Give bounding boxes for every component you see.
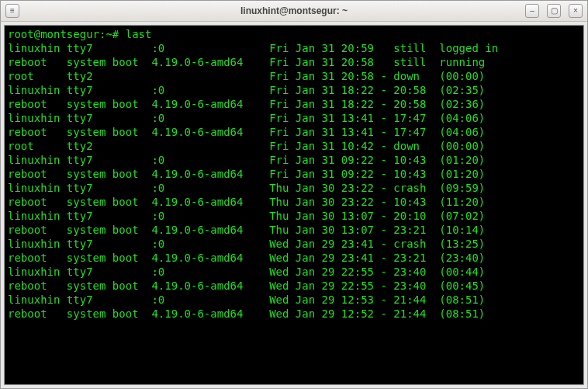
close-button[interactable]: × (569, 4, 583, 18)
last-output-row: reboot system boot 4.19.0-6-amd64 Fri Ja… (8, 97, 580, 111)
last-output-row: linuxhin tty7 :0 Thu Jan 30 13:07 - 20:1… (8, 209, 580, 223)
terminal-window: ≡ linuxhint@montsegur: ~ – ▢ × root@mont… (0, 0, 588, 389)
last-output-row: linuxhin tty7 :0 Fri Jan 31 13:41 - 17:4… (8, 111, 580, 125)
last-output-row: linuxhin tty7 :0 Wed Jan 29 22:55 - 23:4… (8, 265, 580, 279)
last-output-row: reboot system boot 4.19.0-6-amd64 Thu Ja… (8, 195, 580, 209)
last-output-row: linuxhin tty7 :0 Wed Jan 29 23:41 - cras… (8, 237, 580, 251)
prompt-line: root@montsegur:~# last (8, 27, 580, 41)
titlebar[interactable]: ≡ linuxhint@montsegur: ~ – ▢ × (1, 1, 587, 22)
last-output-row: linuxhin tty7 :0 Thu Jan 30 23:22 - cras… (8, 181, 580, 195)
close-icon: × (573, 7, 578, 15)
last-output-row: root tty2 Fri Jan 31 10:42 - down (00:00… (8, 139, 580, 153)
last-output-row: reboot system boot 4.19.0-6-amd64 Wed Ja… (8, 307, 580, 321)
minimize-button[interactable]: – (525, 4, 539, 18)
menu-icon: ≡ (10, 7, 15, 15)
maximize-icon: ▢ (551, 7, 558, 15)
window-title: linuxhint@montsegur: ~ (1, 5, 587, 16)
last-output-row: root tty2 Fri Jan 31 20:58 - down (00:00… (8, 69, 580, 83)
command-text: last (126, 28, 152, 40)
last-output-row: linuxhin tty7 :0 Fri Jan 31 09:22 - 10:4… (8, 153, 580, 167)
last-output-row: reboot system boot 4.19.0-6-amd64 Fri Ja… (8, 125, 580, 139)
last-output-row: linuxhin tty7 :0 Fri Jan 31 20:59 still … (8, 41, 580, 55)
terminal-viewport[interactable]: root@montsegur:~# lastlinuxhin tty7 :0 F… (4, 25, 584, 385)
last-output-row: reboot system boot 4.19.0-6-amd64 Thu Ja… (8, 223, 580, 237)
last-output-row: reboot system boot 4.19.0-6-amd64 Fri Ja… (8, 167, 580, 181)
maximize-button[interactable]: ▢ (547, 4, 561, 18)
last-output-row: linuxhin tty7 :0 Fri Jan 31 18:22 - 20:5… (8, 83, 580, 97)
last-output-row: linuxhin tty7 :0 Wed Jan 29 12:53 - 21:4… (8, 293, 580, 307)
last-output-row: reboot system boot 4.19.0-6-amd64 Wed Ja… (8, 251, 580, 265)
shell-prompt: root@montsegur:~# (8, 28, 126, 40)
minimize-icon: – (530, 7, 534, 15)
last-output-row: reboot system boot 4.19.0-6-amd64 Wed Ja… (8, 279, 580, 293)
menu-button[interactable]: ≡ (5, 4, 19, 18)
last-output-row: reboot system boot 4.19.0-6-amd64 Fri Ja… (8, 55, 580, 69)
terminal-content[interactable]: root@montsegur:~# lastlinuxhin tty7 :0 F… (5, 26, 583, 322)
